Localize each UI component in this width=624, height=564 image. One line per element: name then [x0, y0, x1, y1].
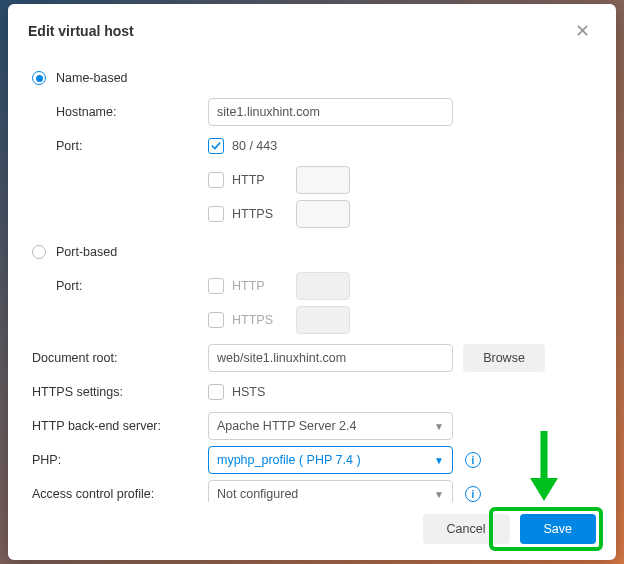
hsts-checkbox[interactable]: HSTS — [208, 376, 288, 408]
name-based-label: Name-based — [56, 71, 128, 85]
php-label: PHP: — [32, 453, 208, 467]
backend-server-value: Apache HTTP Server 2.4 — [217, 419, 356, 433]
hostname-input[interactable] — [208, 98, 453, 126]
checkbox-icon — [208, 206, 224, 222]
https-port-input[interactable] — [296, 200, 350, 228]
browse-button[interactable]: Browse — [463, 344, 545, 372]
access-control-label: Access control profile: — [32, 487, 208, 501]
info-icon[interactable]: i — [465, 452, 481, 468]
checkbox-icon — [208, 312, 224, 328]
cancel-button[interactable]: Cancel — [423, 514, 510, 544]
backend-server-select[interactable]: Apache HTTP Server 2.4 ▼ — [208, 412, 453, 440]
save-button[interactable]: Save — [520, 514, 597, 544]
radio-checked-icon — [32, 71, 46, 85]
https-checkbox[interactable]: HTTPS — [208, 198, 350, 230]
http-checkbox[interactable]: HTTP — [208, 164, 350, 196]
http-port-input[interactable] — [296, 166, 350, 194]
hsts-label: HSTS — [232, 385, 288, 399]
port-based-radio-row[interactable]: Port-based — [32, 236, 592, 268]
checkbox-icon — [208, 172, 224, 188]
radio-unchecked-icon — [32, 245, 46, 259]
access-control-value: Not configured — [217, 487, 298, 501]
port-based-https-checkbox: HTTPS — [208, 304, 350, 336]
edit-virtual-host-dialog: Edit virtual host ✕ Name-based Hostname:… — [8, 4, 616, 560]
port-based-label: Port-based — [56, 245, 117, 259]
info-icon[interactable]: i — [465, 486, 481, 502]
port-based-https-input — [296, 306, 350, 334]
name-based-radio-row[interactable]: Name-based — [32, 62, 592, 94]
port-based-http-label: HTTP — [232, 279, 288, 293]
port-based-port-label: Port: — [32, 279, 208, 293]
php-value: myphp_profile ( PHP 7.4 ) — [217, 453, 361, 467]
port-label: Port: — [32, 139, 208, 153]
checkbox-icon — [208, 278, 224, 294]
backend-server-label: HTTP back-end server: — [32, 419, 208, 433]
chevron-down-icon: ▼ — [434, 489, 444, 500]
checkbox-checked-icon — [208, 138, 224, 154]
port-based-http-input — [296, 272, 350, 300]
port-based-https-label: HTTPS — [232, 313, 288, 327]
https-label: HTTPS — [232, 207, 288, 221]
access-control-select[interactable]: Not configured ▼ — [208, 480, 453, 502]
php-select[interactable]: myphp_profile ( PHP 7.4 ) ▼ — [208, 446, 453, 474]
checkbox-icon — [208, 384, 224, 400]
chevron-down-icon: ▼ — [434, 455, 444, 466]
https-settings-label: HTTPS settings: — [32, 385, 208, 399]
port-based-http-checkbox: HTTP — [208, 270, 350, 302]
close-button[interactable]: ✕ — [569, 18, 596, 44]
port-default-checkbox[interactable]: 80 / 443 — [208, 130, 288, 162]
port-default-label: 80 / 443 — [232, 139, 288, 153]
hostname-label: Hostname: — [32, 105, 208, 119]
dialog-title: Edit virtual host — [28, 23, 134, 39]
chevron-down-icon: ▼ — [434, 421, 444, 432]
document-root-label: Document root: — [32, 351, 208, 365]
document-root-input[interactable] — [208, 344, 453, 372]
http-label: HTTP — [232, 173, 288, 187]
